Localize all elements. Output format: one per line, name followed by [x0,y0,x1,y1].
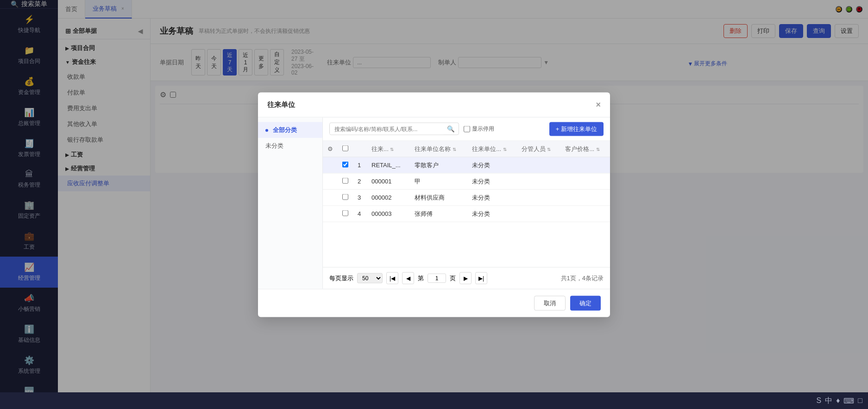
page-first-button[interactable]: |◀ [386,272,398,284]
row-checkbox[interactable] [342,177,348,183]
col-setting[interactable]: ⚙ [323,141,338,157]
bottom-bar: S 中 ♦ ⌨ □ [0,392,868,409]
diamond-icon: ♦ [836,396,840,405]
row-check[interactable] [338,173,353,189]
brand-s-icon: S [816,396,821,405]
dialog-sidebar-item-uncat-label: 未分类 [265,142,283,149]
row-price [560,157,610,173]
row-check[interactable] [338,157,353,173]
row-price [560,189,610,206]
row-num: 1 [353,157,367,173]
table-row[interactable]: 4 000003 张师傅 未分类 [323,206,610,222]
row-num: 2 [353,173,367,189]
dialog-sidebar: 全部分类 未分类 [258,117,323,289]
company-table: ⚙ 往来... ⇅ 往来单位名称 ⇅ 往来单位... ⇅ 分管人员 ⇅ 客户价格… [323,141,610,222]
col-price: 客户价格... ⇅ [560,141,610,157]
dialog-search-box: 🔍 [329,123,459,135]
row-actions [323,206,338,222]
dialog-pagination: 每页显示 20 50 100 |◀ ◀ 第 页 ▶ ▶| 共1页，4条记录 [323,267,610,289]
dialog-body: 全部分类 未分类 🔍 显示停用 + 新增往来单位 [258,117,610,289]
name-sort-icon: ⇅ [453,146,456,151]
row-type: 未分类 [467,157,517,173]
row-type: 未分类 [467,206,517,222]
dialog-sidebar-item-uncat[interactable]: 未分类 [258,138,322,153]
dialog-search-input[interactable] [330,123,443,134]
page-total-info: 共1页，4条记录 [561,274,604,282]
dialog-cancel-button[interactable]: 取消 [534,296,566,310]
table-select-all[interactable] [342,145,348,151]
show-disabled-toggle: 显示停用 [464,125,494,133]
type-sort-icon: ⇅ [503,146,507,151]
col-staff: 分管人员 ⇅ [517,141,560,157]
lang-icon[interactable]: 中 [825,396,832,406]
row-staff [517,206,560,222]
row-num: 4 [353,206,367,222]
dialog-close-button[interactable]: × [596,100,601,109]
row-actions [323,189,338,206]
add-company-button[interactable]: + 新增往来单位 [549,122,604,136]
dialog-confirm-button[interactable]: 确定 [570,296,601,310]
page-size-label: 每页显示 [329,274,353,282]
company-table-body: 1 RETAIL_... 零散客户 未分类 2 000001 甲 未分类 3 0… [323,157,610,222]
col-type: 往来单位... ⇅ [467,141,517,157]
price-sort-icon: ⇅ [596,146,600,151]
row-name: 零散客户 [410,157,467,173]
col-code: 往来... ⇅ [367,141,410,157]
row-num: 3 [353,189,367,206]
row-name: 材料供应商 [410,189,467,206]
row-price [560,173,610,189]
row-type: 未分类 [467,189,517,206]
row-code: 000001 [367,173,410,189]
row-code: RETAIL_... [367,157,410,173]
dialog-header: 往来单位 × [258,92,610,117]
row-type: 未分类 [467,173,517,189]
page-word: 第 [418,274,424,282]
all-category-dot [265,129,268,132]
dialog-toolbar: 🔍 显示停用 + 新增往来单位 [323,117,610,141]
page-size-select[interactable]: 20 50 100 [357,273,383,283]
row-code: 000003 [367,206,410,222]
row-code: 000002 [367,189,410,206]
row-staff [517,157,560,173]
col-num [353,141,367,157]
keyboard-icon[interactable]: ⌨ [843,396,854,405]
row-checkbox[interactable] [342,161,348,167]
dialog-sidebar-item-all[interactable]: 全部分类 [258,122,322,138]
row-check[interactable] [338,189,353,206]
page-unit: 页 [450,274,456,282]
dialog-search-button[interactable]: 🔍 [443,123,459,135]
page-input[interactable] [428,273,446,283]
row-actions [323,157,338,173]
table-head: ⚙ 往来... ⇅ 往来单位名称 ⇅ 往来单位... ⇅ 分管人员 ⇅ 客户价格… [323,141,610,157]
page-next-button[interactable]: ▶ [459,272,472,284]
page-prev-button[interactable]: ◀ [402,272,414,284]
dialog-title: 往来单位 [267,100,295,109]
table-row[interactable]: 3 000002 材料供应商 未分类 [323,189,610,206]
dialog-sidebar-item-all-label: 全部分类 [273,126,297,133]
col-name: 往来单位名称 ⇅ [410,141,467,157]
row-staff [517,189,560,206]
row-name: 甲 [410,173,467,189]
page-last-button[interactable]: ▶| [475,272,487,284]
row-staff [517,173,560,189]
company-dialog: 往来单位 × 全部分类 未分类 🔍 显示停用 [258,92,610,317]
row-checkbox[interactable] [342,210,348,216]
col-check [338,141,353,157]
show-disabled-checkbox[interactable] [464,126,470,132]
screen-icon[interactable]: □ [858,396,862,405]
row-price [560,206,610,222]
row-name: 张师傅 [410,206,467,222]
dialog-actions: 取消 确定 [258,289,610,317]
show-disabled-label: 显示停用 [472,125,494,133]
row-check[interactable] [338,206,353,222]
code-sort-icon: ⇅ [390,146,394,151]
staff-sort-icon: ⇅ [547,146,551,151]
table-row[interactable]: 1 RETAIL_... 零散客户 未分类 [323,157,610,173]
table-row[interactable]: 2 000001 甲 未分类 [323,173,610,189]
dialog-table: ⚙ 往来... ⇅ 往来单位名称 ⇅ 往来单位... ⇅ 分管人员 ⇅ 客户价格… [323,141,610,267]
table-header-row: ⚙ 往来... ⇅ 往来单位名称 ⇅ 往来单位... ⇅ 分管人员 ⇅ 客户价格… [323,141,610,157]
row-checkbox[interactable] [342,194,348,200]
row-actions [323,173,338,189]
dialog-main: 🔍 显示停用 + 新增往来单位 ⚙ 往来... ⇅ [323,117,610,289]
